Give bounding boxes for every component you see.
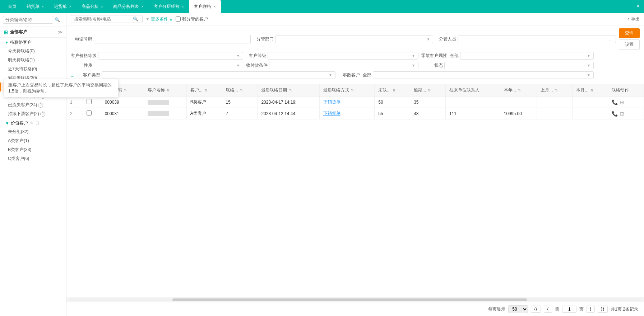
- top-nav: 首页 销货单 × 进货单 × 商品分析 × 商品分析列表 × 客户分层经营 × …: [0, 0, 644, 13]
- row-1-check[interactable]: [87, 99, 92, 104]
- filter-ellipsis[interactable]: ...: [71, 73, 74, 78]
- sort-last-date-icon: ⇅: [289, 88, 292, 92]
- filter-retail-customer-select[interactable]: ▼: [373, 71, 594, 79]
- row-2-more-icon[interactable]: ⊞: [620, 111, 624, 117]
- nav-tab-product-list[interactable]: 商品分析列表 ×: [108, 0, 148, 13]
- sidebar-search-input[interactable]: [3, 16, 53, 24]
- row-1-more-icon[interactable]: ⊞: [620, 99, 624, 105]
- nav-tab-customer-contact[interactable]: 客户联络 ×: [189, 0, 221, 13]
- filter-customer-type-select[interactable]: ▼: [102, 71, 335, 79]
- filter-payment-select[interactable]: ▼: [269, 62, 418, 69]
- last-page-btn[interactable]: ⟩⟩: [598, 306, 608, 313]
- tooltip-box: 距客户上次交易时长，超过了此客户的平均交易周期的1.5倍，则视为异常。: [66, 79, 119, 98]
- sort-uncontacted-icon: ⇅: [393, 88, 395, 92]
- row-1-last-month: [537, 96, 573, 108]
- sort-this-year-icon: ⇅: [518, 88, 521, 92]
- h-scrollbar-area: [66, 297, 644, 302]
- filter-branch-person-select[interactable]: …: [458, 36, 616, 43]
- page-input[interactable]: [562, 306, 576, 313]
- row-2-name: [144, 108, 186, 119]
- sidebar-item-b-class[interactable]: B类客户(33): [0, 145, 66, 154]
- more-conditions-btn[interactable]: ▼ 更多条件 ▲: [145, 16, 173, 22]
- filter-row-1: 电话号码 分管部门 ▼ 分管人员 …: [71, 28, 640, 50]
- row-1-phone-icon[interactable]: 📞: [612, 99, 618, 105]
- row-2-level: A类客户: [186, 108, 222, 119]
- info-icon-churned[interactable]: ?: [38, 103, 43, 108]
- table-col-action: 联络动作: [608, 84, 644, 96]
- table-area[interactable]: ⚙ 客户编码 ⇅ 客户名称 ⇅: [66, 84, 644, 297]
- filter-phone-input[interactable]: [94, 35, 251, 43]
- sidebar-group-pending[interactable]: ▼ 待联络客户: [0, 38, 66, 47]
- nav-tab-sales[interactable]: 销货单 ×: [22, 0, 49, 13]
- table-col-last-month[interactable]: 上月... ⇅: [537, 84, 573, 96]
- collapse-sidebar-btn[interactable]: ≫: [58, 30, 62, 35]
- close-purchase-tab[interactable]: ×: [69, 4, 71, 9]
- filter-search-input[interactable]: [74, 16, 131, 22]
- content-area: 🔍 ▼ 更多条件 ▲ 我分管的客户 ↑ 导出 电话号码: [66, 13, 644, 316]
- filter-retail-attr-select[interactable]: ▼: [460, 52, 594, 60]
- table-col-name[interactable]: 客户名称 ⇅: [144, 84, 186, 96]
- row-1-level: B类客户: [186, 96, 222, 108]
- filter-gender-select[interactable]: ▼: [94, 62, 243, 69]
- table-col-overdue[interactable]: 逾期... ⇅: [410, 84, 446, 96]
- edit-value-group-icon[interactable]: ✎: [30, 121, 33, 126]
- filter-status-select[interactable]: ▼: [444, 62, 594, 69]
- row-1-last-method[interactable]: 下销货单: [319, 96, 375, 108]
- filter-branch-dept-select[interactable]: ▼: [275, 36, 434, 43]
- row-2-last-method[interactable]: 下销货单: [319, 108, 375, 119]
- filter-row-3: 性质 ▼ 收付款条件 ▼ 状态: [71, 62, 640, 69]
- close-sales-tab[interactable]: ×: [42, 4, 44, 9]
- info-icon-declining[interactable]: ?: [40, 112, 45, 117]
- sidebar-item-today[interactable]: 今天待联络(0): [0, 47, 66, 56]
- sidebar-item-tomorrow[interactable]: 明天待联络(1): [0, 56, 66, 65]
- table-col-last-method[interactable]: 最后联络方式 ⇅: [319, 84, 375, 96]
- filter-price-level-select[interactable]: ▼: [98, 52, 243, 60]
- sidebar-item-declining[interactable]: 持续下滑客户(2) ?: [0, 109, 66, 118]
- export-btn[interactable]: ↑ 导出: [627, 16, 640, 22]
- table-col-uncontacted[interactable]: 未联... ⇅: [375, 84, 410, 96]
- sidebar-all-customers[interactable]: ⊞ 全部客户 ≫: [0, 27, 66, 38]
- close-customer-tier-tab[interactable]: ×: [182, 4, 184, 9]
- nav-tab-customer-tier[interactable]: 客户分层经营 ×: [149, 0, 189, 13]
- sort-name-icon: ⇅: [167, 88, 170, 92]
- filter-field-customer-level: 客户等级 ▼: [246, 52, 418, 60]
- filter-customer-level-select[interactable]: ▼: [268, 52, 418, 60]
- table-col-this-month[interactable]: 本月... ⇅: [573, 84, 608, 96]
- setting-button[interactable]: 设置: [619, 39, 640, 50]
- prev-page-btn[interactable]: ⟨: [544, 306, 552, 313]
- page-size-select[interactable]: 50 100: [508, 305, 528, 313]
- branch-dept-arrow: ▼: [426, 37, 430, 41]
- row-2-phone-icon[interactable]: 📞: [612, 111, 618, 117]
- table-col-last-date[interactable]: 最后联络日期 ⇅: [258, 84, 319, 96]
- sidebar-item-churned[interactable]: 已流失客户(24) ?: [0, 100, 66, 109]
- nav-tab-home[interactable]: 首页: [3, 0, 22, 13]
- close-product-analysis-tab[interactable]: ×: [101, 4, 103, 9]
- table-col-level[interactable]: 客户... ⇅: [186, 84, 222, 96]
- my-customers-checkbox[interactable]: 我分管的客户: [176, 16, 208, 22]
- filter-search-icon[interactable]: 🔍: [133, 16, 138, 22]
- nav-tab-purchase[interactable]: 进货单 ×: [49, 0, 76, 13]
- add-value-group-icon[interactable]: ☐: [36, 121, 39, 126]
- nav-tab-product-analysis[interactable]: 商品分析 ×: [77, 0, 108, 13]
- sidebar-item-a-class[interactable]: A类客户(1): [0, 136, 66, 145]
- row-2-check[interactable]: [87, 110, 92, 115]
- table-col-this-year[interactable]: 本年... ⇅: [500, 84, 537, 96]
- first-page-btn[interactable]: ⟨⟨: [531, 306, 541, 313]
- row-1-checkbox: [83, 96, 101, 108]
- sidebar-group-value[interactable]: ▼ 价值客户 ✎ ☐: [0, 118, 66, 127]
- retail-customer-arrow: ▼: [587, 73, 590, 77]
- next-page-btn[interactable]: ⟩: [587, 306, 595, 313]
- more-conditions-arrow: ▲: [169, 17, 173, 21]
- table-col-contacts[interactable]: 往来单位联系人: [445, 84, 500, 96]
- my-customers-check[interactable]: [176, 16, 181, 22]
- table-col-contact-count[interactable]: 联络... ⇅: [222, 84, 258, 96]
- sidebar-item-7days[interactable]: 近7天待联络(0): [0, 65, 66, 74]
- close-product-list-tab[interactable]: ×: [141, 4, 143, 9]
- close-customer-contact-tab[interactable]: ×: [213, 4, 216, 9]
- h-scrollbar-thumb[interactable]: [172, 298, 527, 301]
- sidebar-search-icon[interactable]: 🔍: [55, 17, 60, 22]
- close-all-tabs[interactable]: ×: [636, 3, 640, 10]
- sidebar-item-ungroup[interactable]: 未分组(32): [0, 127, 66, 136]
- query-button[interactable]: 查询: [619, 28, 640, 38]
- sidebar-item-c-class[interactable]: C类客户(6): [0, 154, 66, 163]
